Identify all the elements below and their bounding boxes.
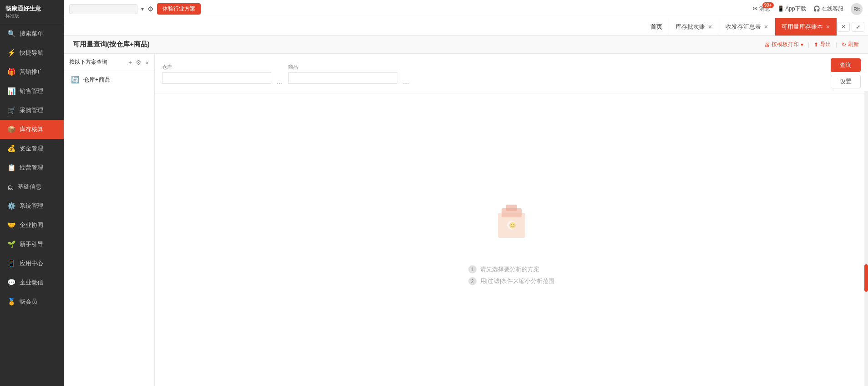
sidebar-item-marketing[interactable]: 🎁营销推广 [0, 62, 64, 82]
settings-scheme-button[interactable]: ⚙ [136, 59, 142, 66]
username-label: Rit [851, 3, 863, 15]
app-download-button[interactable]: 📱 App下载 [777, 5, 806, 13]
tab-receive-summary[interactable]: 收发存汇总表✕ [719, 18, 775, 36]
topbar-right: ✉ 消息 99+ 📱 App下载 🎧 在线客服 Rit [753, 3, 863, 15]
goods-field: 商品 [288, 64, 397, 83]
sidebar-item-app-center[interactable]: 📱应用中心 [0, 254, 64, 273]
print-label: 按模板打印 [772, 41, 799, 48]
sidebar-label-member: 畅会员 [20, 298, 37, 306]
right-scrollbar [864, 91, 868, 386]
add-scheme-button[interactable]: + [128, 59, 132, 66]
sidebar-logo: 畅康通好生意 标准版 [0, 0, 64, 24]
export-button[interactable]: ⬆ 导出 [814, 41, 831, 48]
sidebar-label-enterprise: 企业协同 [20, 221, 43, 229]
trial-button[interactable]: 体验行业方案 [157, 3, 201, 15]
empty-state: 😊 1 请先选择要分析的方案 2 用[过滤]条件来缩小分析范围 [155, 93, 868, 386]
weixin-icon: 💬 [7, 278, 16, 287]
close-tab-button[interactable]: ✕ [837, 22, 850, 32]
message-icon: ✉ [753, 5, 757, 12]
sales-icon: 📊 [7, 87, 16, 95]
filter-bar: 仓库 ··· 商品 ··· 查询 设置 [155, 54, 868, 93]
enterprise-icon: 🤝 [7, 221, 16, 229]
expand-button[interactable]: ⤢ [852, 22, 864, 32]
left-panel-header: 按以下方案查询 + ⚙ « [64, 54, 154, 71]
topbar: ▾ ⚙ 体验行业方案 ✉ 消息 99+ 📱 App下载 🎧 在线客服 Rit [64, 0, 868, 18]
sidebar-item-newbie[interactable]: 🌱新手引导 [0, 235, 64, 254]
goods-input[interactable] [288, 72, 397, 83]
capital-icon: 💰 [7, 144, 16, 153]
print-dropdown-icon[interactable]: ▾ [801, 41, 803, 48]
tab-close-batch-account[interactable]: ✕ [708, 24, 712, 30]
settings-button[interactable]: 设置 [831, 75, 861, 88]
tab-close-receive-summary[interactable]: ✕ [764, 24, 768, 30]
search-icon: 🔍 [7, 30, 16, 38]
sidebar-item-purchase[interactable]: 🛒采购管理 [0, 101, 64, 120]
tab-batch-account[interactable]: 库存批次账✕ [669, 18, 719, 36]
tabs-right-actions: ✕ ⤢ [837, 22, 868, 32]
message-button[interactable]: ✉ 消息 99+ [753, 5, 770, 13]
purchase-icon: 🛒 [7, 106, 16, 114]
sidebar-label-search: 搜索菜单 [20, 30, 43, 38]
basic-info-icon: 🗂 [7, 183, 14, 191]
scheme-icon: 🔄 [71, 76, 80, 84]
sidebar-label-basic-info: 基础信息 [18, 183, 41, 191]
warehouse-label: 仓库 [162, 64, 271, 71]
collapse-panel-button[interactable]: « [145, 59, 149, 66]
sidebar-item-sales[interactable]: 📊销售管理 [0, 82, 64, 101]
scheme-item[interactable]: 🔄 仓库+商品 [64, 71, 154, 88]
sidebar-item-quick-nav[interactable]: ⚡快捷导航 [0, 43, 64, 62]
sidebar-item-basic-info[interactable]: 🗂基础信息 [0, 177, 64, 196]
sidebar-item-weixin[interactable]: 💬企业微信 [0, 273, 64, 292]
tab-home[interactable]: 首页 [644, 18, 669, 36]
tab-label-batch-account: 库存批次账 [675, 23, 705, 31]
warehouse-more-button[interactable]: ··· [277, 79, 283, 87]
sidebar-label-weixin: 企业微信 [20, 278, 43, 287]
refresh-label: 刷新 [848, 41, 859, 48]
goods-more-button[interactable]: ··· [403, 79, 409, 87]
sidebar-label-newbie: 新手引导 [20, 240, 43, 248]
scrollbar-thumb[interactable] [864, 264, 868, 292]
empty-tip-1: 1 请先选择要分析的方案 [468, 265, 554, 273]
sidebar-label-inventory: 库存核算 [20, 125, 43, 134]
refresh-button[interactable]: ↻ 刷新 [842, 41, 859, 48]
left-panel: 按以下方案查询 + ⚙ « 🔄 仓库+商品 [64, 54, 155, 386]
system-icon: ⚙️ [7, 202, 16, 210]
print-button[interactable]: 🖨 按模板打印 ▾ [764, 41, 803, 48]
page-header-actions: 🖨 按模板打印 ▾ | ⬆ 导出 | ↻ 刷新 [764, 41, 859, 48]
svg-text:😊: 😊 [509, 221, 517, 229]
tab-label-available-ledger: 可用量库存账本 [782, 23, 823, 31]
tab-close-available-ledger[interactable]: ✕ [826, 24, 830, 30]
sidebar-label-quick-nav: 快捷导航 [20, 49, 43, 57]
sidebar-item-inventory[interactable]: 📦库存核算 [0, 120, 64, 139]
sidebar-item-system[interactable]: ⚙️系统管理 [0, 196, 64, 216]
avatar[interactable]: Rit [851, 3, 863, 15]
empty-illustration: 😊 [484, 195, 539, 258]
goods-label: 商品 [288, 64, 397, 71]
search-input[interactable] [69, 4, 137, 14]
sidebar-item-member[interactable]: 🏅畅会员 [0, 292, 64, 311]
phone-icon: 📱 [777, 5, 784, 12]
sidebar-label-app-center: 应用中心 [20, 259, 43, 268]
query-button[interactable]: 查询 [831, 58, 861, 72]
gear-icon[interactable]: ⚙ [147, 5, 153, 13]
dropdown-arrow[interactable]: ▾ [141, 6, 144, 12]
sidebar-item-enterprise[interactable]: 🤝企业协同 [0, 216, 64, 235]
operation-icon: 📋 [7, 164, 16, 172]
inventory-icon: 📦 [7, 125, 16, 134]
tab-label-receive-summary: 收发存汇总表 [726, 23, 761, 31]
sidebar-item-capital[interactable]: 💰资金管理 [0, 139, 64, 158]
logo-sub: 标准版 [5, 13, 58, 19]
service-button[interactable]: 🎧 在线客服 [813, 5, 843, 13]
refresh-icon: ↻ [842, 41, 846, 48]
app-download-label: App下载 [785, 5, 806, 12]
tip2-text: 用[过滤]条件来缩小分析范围 [480, 277, 554, 285]
warehouse-input[interactable] [162, 72, 271, 83]
sidebar-item-search[interactable]: 🔍搜索菜单 [0, 24, 64, 43]
sidebar-item-operation[interactable]: 📋经营管理 [0, 158, 64, 177]
page-header: 可用量查询(按仓库+商品) 🖨 按模板打印 ▾ | ⬆ 导出 | ↻ 刷新 [64, 36, 868, 54]
headset-icon: 🎧 [813, 5, 820, 12]
tab-available-ledger[interactable]: 可用量库存账本✕ [775, 18, 837, 36]
right-panel: 仓库 ··· 商品 ··· 查询 设置 [155, 54, 868, 386]
content-area: 按以下方案查询 + ⚙ « 🔄 仓库+商品 仓库 ··· 商品 [64, 54, 868, 386]
export-icon: ⬆ [814, 41, 818, 48]
